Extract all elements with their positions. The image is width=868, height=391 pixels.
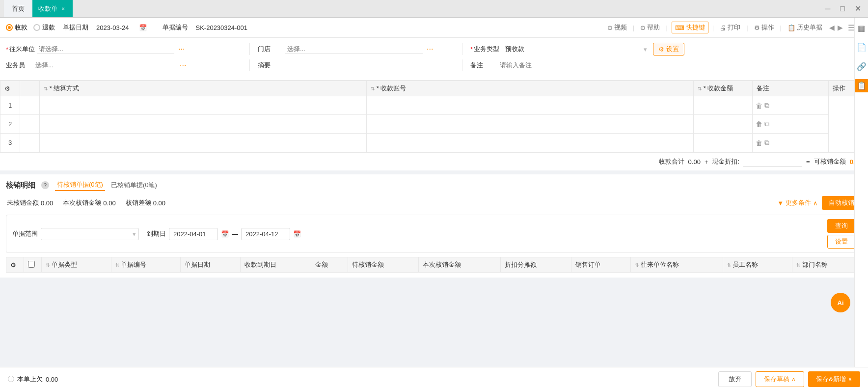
th-settings[interactable]: ⚙	[0, 81, 20, 96]
th-pending: 待核销金额	[348, 257, 419, 273]
calendar-icon[interactable]: 📅	[139, 24, 147, 31]
due-to-cal-icon[interactable]: 📅	[293, 230, 301, 238]
store-more-btn[interactable]: ···	[425, 45, 435, 54]
customer-more-btn[interactable]: ···	[176, 45, 187, 54]
print-button[interactable]: 🖨 打印	[718, 22, 742, 33]
remark-input[interactable]	[498, 60, 862, 70]
summary-input[interactable]	[285, 60, 433, 70]
row-2-remark[interactable]	[694, 115, 753, 134]
row-3-amount-input[interactable]	[367, 134, 693, 152]
row-2-settle-input[interactable]	[20, 115, 39, 133]
row-3-account[interactable]	[40, 134, 367, 152]
row-3-delete-icon[interactable]: 🗑	[756, 139, 762, 147]
th-current-verify: 本次核销金额	[419, 257, 501, 273]
draft-button[interactable]: 保存草稿 ∧	[756, 371, 804, 387]
due-to-input[interactable]	[241, 228, 290, 240]
tab-pending[interactable]: 待核销单据(0笔)	[55, 179, 105, 191]
list-view-btn[interactable]: ☰	[848, 23, 855, 32]
more-conditions-btn[interactable]: ▼ 更多条件 ∧	[777, 198, 818, 207]
row-1-account-input[interactable]	[40, 96, 366, 114]
row-2-account[interactable]	[40, 115, 367, 134]
select-all-checkbox[interactable]	[28, 261, 35, 268]
row-2-account-input[interactable]	[40, 115, 366, 133]
row-1-remark-input[interactable]	[694, 96, 752, 114]
abandon-button[interactable]: 放弃	[718, 371, 752, 387]
help-button[interactable]: ⊙ 帮助	[638, 22, 662, 33]
prev-info-icon[interactable]: ⓘ	[8, 375, 14, 384]
customer-required: *	[6, 46, 8, 53]
stats-right: ▼ 更多条件 ∧ 自动核销	[777, 196, 861, 210]
divider-1	[249, 43, 250, 55]
prev-arrow[interactable]: ◀	[828, 24, 836, 31]
th-discount: 折扣分摊额	[501, 257, 571, 273]
staff-more-btn[interactable]: ···	[178, 61, 188, 70]
sidebar-doc-icon[interactable]: 📄	[855, 41, 868, 54]
minimize-button[interactable]: ─	[822, 3, 833, 14]
due-from-input[interactable]	[169, 228, 218, 240]
row-1-amount-input[interactable]	[367, 96, 693, 114]
row-2-settle[interactable]	[20, 115, 40, 134]
row-1-delete-icon[interactable]: 🗑	[756, 102, 762, 110]
settings-button[interactable]: ⚙ 设置	[653, 43, 684, 56]
maximize-button[interactable]: □	[837, 3, 848, 14]
th-settings-bottom[interactable]: ⚙	[6, 257, 24, 273]
video-button[interactable]: ⊙ 视频	[605, 22, 629, 33]
customer-input[interactable]	[37, 44, 174, 54]
footer-prev-label: 本单上欠	[17, 375, 43, 384]
sidebar-link-icon[interactable]: 🔗	[855, 60, 868, 73]
next-arrow[interactable]: ▶	[837, 24, 844, 31]
row-3-settle[interactable]	[20, 134, 40, 152]
radio-receipt-label: 收款	[15, 23, 27, 32]
range-select[interactable]	[41, 228, 139, 240]
ops-button[interactable]: ⚙ 操作	[752, 22, 776, 33]
row-1-num: 1	[0, 96, 20, 115]
sidebar-active-icon[interactable]: 📋	[855, 79, 868, 92]
row-2-delete-icon[interactable]: 🗑	[756, 120, 762, 128]
ai-badge[interactable]: Ai	[831, 293, 850, 312]
summary-row: 收款合计 0.00 + 现金折扣: = 可核销金额 0.00	[0, 152, 868, 170]
row-3-remark[interactable]	[694, 134, 753, 152]
print-icon: 🖨	[720, 24, 726, 31]
row-1-remark[interactable]	[694, 96, 753, 115]
query-button[interactable]: 查询	[827, 219, 856, 233]
tab-done[interactable]: 已核销单据(0笔)	[111, 181, 157, 190]
th-amount-required: *	[704, 84, 706, 92]
tab-home[interactable]: 首页	[4, 0, 32, 17]
verify-info-icon[interactable]: ?	[41, 181, 49, 189]
shortcut-button[interactable]: ⌨ 快捷键	[672, 22, 708, 33]
history-button[interactable]: 📋 历史单据	[786, 22, 824, 33]
draft-arrow-icon: ∧	[791, 376, 796, 383]
store-input[interactable]	[285, 44, 423, 54]
row-3-account-input[interactable]	[40, 134, 366, 152]
radio-receipt[interactable]: 收款	[6, 23, 27, 32]
row-3-settle-input[interactable]	[20, 134, 39, 152]
date-value: 2023-03-24	[96, 24, 129, 31]
row-2-amount-input[interactable]	[367, 115, 693, 133]
row-3-copy-icon[interactable]: ⧉	[764, 139, 769, 147]
radio-refund[interactable]: 退款	[33, 23, 55, 32]
row-2-remark-input[interactable]	[694, 115, 752, 133]
th-remark: 备注	[753, 81, 829, 96]
tab-active[interactable]: 收款单 ×	[32, 0, 73, 17]
verify-settings-button[interactable]: 设置	[827, 235, 856, 249]
discount-input[interactable]	[743, 157, 802, 167]
sidebar-table-icon[interactable]: ▦	[856, 22, 867, 35]
row-1-settle-input[interactable]	[20, 96, 39, 114]
row-2-copy-icon[interactable]: ⧉	[764, 120, 769, 128]
row-2-amount[interactable]	[367, 115, 694, 134]
save-button[interactable]: 保存&新增 ∧	[808, 371, 860, 387]
radio-refund-dot	[33, 24, 40, 31]
biz-type-dropdown[interactable]: ▾	[644, 46, 647, 53]
tab-close-icon[interactable]: ×	[61, 5, 65, 12]
row-3-amount[interactable]	[367, 134, 694, 152]
row-1-amount[interactable]	[367, 96, 694, 115]
due-label: 到期日	[147, 229, 166, 238]
row-1-settle[interactable]	[20, 96, 40, 115]
row-3-remark-input[interactable]	[694, 134, 752, 152]
row-1-account[interactable]	[40, 96, 367, 115]
due-from-cal-icon[interactable]: 📅	[221, 230, 229, 238]
close-button[interactable]: ✕	[852, 3, 864, 14]
unchecked-val: 0.00	[41, 199, 53, 207]
staff-input[interactable]	[33, 60, 176, 70]
row-1-copy-icon[interactable]: ⧉	[764, 101, 769, 110]
